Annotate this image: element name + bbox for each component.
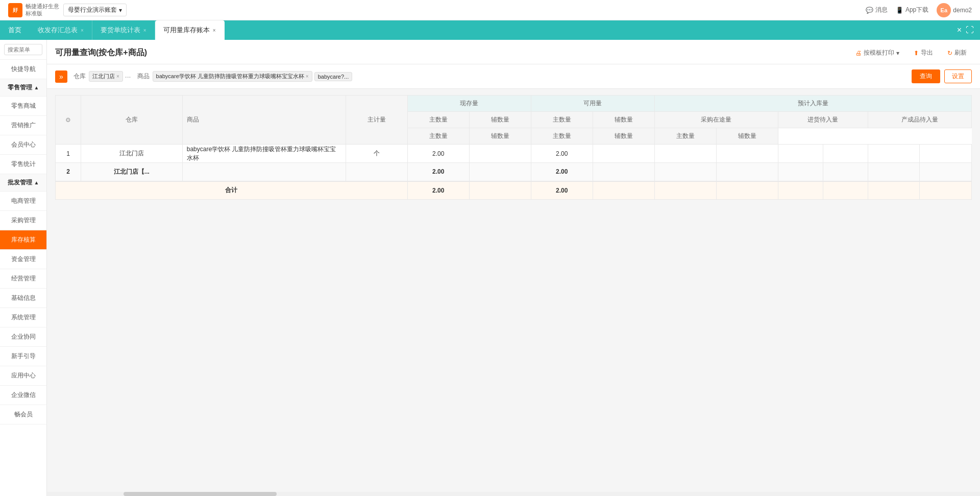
warehouse-filter-more[interactable]: ···	[125, 73, 131, 81]
cell-stock-aux	[469, 163, 531, 181]
nav-right-actions: × ⛶	[957, 26, 980, 35]
top-bar: 好 畅捷通好生意 标准版 母婴行业演示账套 ▾ 💬 消息 📱 App下载 Ea …	[0, 0, 980, 20]
close-tab-summary[interactable]: ×	[81, 28, 84, 33]
remove-warehouse-tag[interactable]: ×	[116, 74, 119, 79]
cell-purchase-transit-aux	[716, 145, 778, 163]
sidebar-item-quick-nav[interactable]: 快捷导航	[0, 60, 46, 79]
sidebar-item-operations[interactable]: 经营管理	[0, 269, 46, 289]
sidebar-item-purchase[interactable]: 采购管理	[0, 211, 46, 230]
tab-home[interactable]: 首页	[0, 20, 30, 40]
remove-product-tag[interactable]: ×	[306, 74, 309, 79]
sidebar-item-ecommerce[interactable]: 电商管理	[0, 192, 46, 211]
cell-purchase-transit-main	[654, 163, 716, 181]
nav-tabs: 首页 收发存汇总表 × 要货单统计表 × 可用量库存账本 × × ⛶	[0, 20, 980, 40]
message-button[interactable]: 💬 消息	[866, 6, 888, 14]
tab-available-stock[interactable]: 可用量库存账本 ×	[155, 20, 225, 40]
footer-purchase-transit-aux	[716, 181, 778, 200]
footer-purchase-transit-main	[654, 181, 716, 200]
col-available-aux: 辅数量	[593, 112, 654, 128]
cell-unit	[346, 163, 407, 181]
close-tab-available-stock[interactable]: ×	[213, 28, 216, 33]
sidebar-item-app-center[interactable]: 应用中心	[0, 366, 46, 386]
footer-available-aux	[593, 181, 654, 200]
settings-button[interactable]: 设置	[944, 69, 972, 83]
filter-actions: 查询 设置	[912, 69, 972, 83]
col-produced-main: 主数量	[654, 128, 716, 145]
col-header-settings[interactable]: ⚙	[56, 96, 81, 145]
sidebar-item-new-guide[interactable]: 新手引导	[0, 347, 46, 366]
tab-summary[interactable]: 收发存汇总表 ×	[30, 20, 92, 40]
sidebar-item-retail-mgmt[interactable]: 零售管理 ▲	[0, 79, 46, 97]
cell-produced-main	[868, 145, 920, 163]
query-button[interactable]: 查询	[912, 69, 940, 83]
cell-warehouse: 江北门店	[81, 145, 183, 163]
download-icon: 📱	[896, 7, 903, 14]
fullscreen-button[interactable]: ⛶	[966, 26, 974, 35]
table-settings-icon[interactable]: ⚙	[65, 116, 71, 124]
warehouse-tags: 江北门店 × ···	[89, 71, 131, 82]
expand-filter-button[interactable]: »	[55, 70, 67, 83]
logo-text: 畅捷通好生意 标准版	[26, 3, 59, 16]
sidebar-item-enterprise[interactable]: 企业协同	[0, 327, 46, 347]
footer-goods-in-aux	[823, 181, 868, 200]
cell-product	[182, 163, 346, 181]
tab-order-stats[interactable]: 要货单统计表 ×	[92, 20, 155, 40]
sidebar-item-enterprise-wechat[interactable]: 企业微信	[0, 386, 46, 405]
col-produced-aux: 辅数量	[716, 128, 778, 145]
sidebar-item-retail-shop[interactable]: 零售商城	[0, 97, 46, 116]
sidebar-item-finance[interactable]: 资金管理	[0, 250, 46, 269]
app-download-button[interactable]: 📱 App下载	[896, 6, 928, 14]
table-row: 1 江北门店 babycare学饮杯 儿童防摔防撞吸管杯重力球吸嘴杯宝宝水杯 个…	[56, 145, 972, 163]
sidebar-item-retail-stats[interactable]: 零售统计	[0, 155, 46, 174]
table-container: ⚙ 仓库 商品 主计量 现存量 可用量 预计入库量 主数量 辅数量 主数量 辅数…	[47, 89, 980, 492]
filter-bar: » 仓库 江北门店 × ··· 商品 babycare学饮杯 儿童防摔防撞吸管杯…	[47, 64, 980, 89]
logo-icon: 好	[8, 3, 22, 17]
search-input[interactable]	[4, 44, 42, 55]
col-header-product: 商品	[182, 96, 346, 145]
footer-produced-main	[868, 181, 920, 200]
product-tags: babycare学饮杯 儿童防摔防撞吸管杯重力球吸嘴杯宝宝水杯 × babyca…	[153, 71, 353, 82]
user-profile[interactable]: Ea demo2	[937, 3, 972, 17]
sidebar-search-container	[0, 40, 46, 60]
product-filter-group: 商品 babycare学饮杯 儿童防摔防撞吸管杯重力球吸嘴杯宝宝水杯 × bab…	[137, 71, 353, 82]
sidebar-item-wholesale-mgmt[interactable]: 批发管理 ▲	[0, 174, 46, 192]
close-window-button[interactable]: ×	[957, 26, 962, 35]
col-group-goods-in: 进货待入量	[778, 112, 868, 128]
col-group-stock: 现存量	[407, 96, 531, 112]
sidebar-item-marketing[interactable]: 营销推广	[0, 116, 46, 135]
scrollbar-thumb[interactable]	[124, 492, 277, 496]
refresh-button[interactable]: ↻ 刷新	[942, 46, 972, 60]
col-stock-main: 主数量	[407, 112, 469, 128]
col-group-produced: 产成品待入量	[868, 112, 971, 128]
chevron-down-icon: ▾	[119, 7, 122, 14]
col-purchase-transit-main: 主数量	[407, 128, 469, 145]
sidebar-item-member2[interactable]: 畅会员	[0, 405, 46, 424]
horizontal-scrollbar[interactable]	[47, 492, 980, 496]
cell-produced-aux	[920, 145, 972, 163]
page-actions: 🖨 按模板打印 ▾ ⬆ 导出 ↻ 刷新	[850, 46, 972, 60]
cell-warehouse: 江北门店【...	[81, 163, 183, 181]
product-tag-babycare2[interactable]: babycare?...	[314, 72, 353, 81]
top-bar-right: 💬 消息 📱 App下载 Ea demo2	[866, 3, 972, 17]
cell-goods-in-aux	[823, 145, 868, 163]
sidebar-item-basic-info[interactable]: 基础信息	[0, 289, 46, 308]
sidebar-item-inventory[interactable]: 库存核算	[0, 230, 46, 250]
col-goods-in-aux: 辅数量	[593, 128, 654, 145]
sidebar-item-system[interactable]: 系统管理	[0, 308, 46, 327]
footer-label: 合计	[56, 181, 408, 200]
cell-no: 2	[56, 163, 81, 181]
product-tag-babycare[interactable]: babycare学饮杯 儿童防摔防撞吸管杯重力球吸嘴杯宝宝水杯 ×	[153, 71, 312, 82]
cell-available-aux	[593, 163, 654, 181]
warehouse-filter-group: 仓库 江北门店 × ···	[74, 71, 131, 82]
export-button[interactable]: ⬆ 导出	[909, 46, 938, 60]
warehouse-tag-jiangbei[interactable]: 江北门店 ×	[89, 71, 123, 82]
close-tab-order-stats[interactable]: ×	[143, 28, 146, 33]
page-title: 可用量查询(按仓库+商品)	[55, 48, 147, 58]
sidebar-item-member[interactable]: 会员中心	[0, 135, 46, 155]
print-button[interactable]: 🖨 按模板打印 ▾	[850, 46, 904, 60]
account-selector[interactable]: 母婴行业演示账套 ▾	[63, 4, 127, 16]
footer-goods-in-main	[778, 181, 823, 200]
table-footer-row: 合计 2.00 2.00	[56, 181, 972, 200]
cell-purchase-transit-aux	[716, 163, 778, 181]
col-purchase-transit-aux: 辅数量	[469, 128, 531, 145]
